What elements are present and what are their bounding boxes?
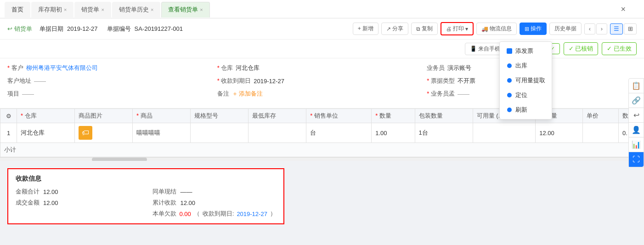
tab-home-label: 首页	[11, 6, 23, 14]
tab-inventory-init[interactable]: 库存期初 ×	[31, 2, 73, 17]
available-qty-label: 可用量提取	[515, 76, 545, 85]
address-label: 客户地址	[7, 77, 31, 85]
doc-type-arrow: ↩	[7, 25, 12, 32]
row-min-stock	[249, 123, 306, 143]
locate-item[interactable]: 定位	[500, 88, 552, 103]
operation-button[interactable]: ⊞ 操作	[520, 23, 547, 35]
arrears-note-close: ）	[270, 210, 276, 218]
add-invoice-item[interactable]: 添发票	[500, 44, 552, 58]
refresh-item[interactable]: 刷新	[500, 103, 552, 117]
project-field: 项目 ——	[7, 90, 217, 98]
add-button[interactable]: + 新增	[353, 23, 378, 35]
arrears-note: （	[194, 210, 200, 218]
window-close-btn[interactable]: ×	[621, 5, 626, 14]
table-row: 1 河北仓库 🏷 嘻嘻嘻嘻 台 1.00 1台 12.00	[0, 123, 644, 143]
col-settings[interactable]: ⚙	[0, 109, 17, 123]
payment-section: 收款信息 金额合计 12.00 同单现结 —— 成交金额 12.00 累计收款 …	[7, 168, 284, 224]
customer-value[interactable]: 柳州粤港平安气体有限公司	[26, 64, 98, 72]
operation-label: 操作	[531, 25, 542, 33]
outbound-icon	[506, 63, 513, 69]
ticket-type-label: * 票据类型	[427, 77, 455, 85]
arrears-label: 本单欠款	[153, 210, 176, 218]
next-arrow[interactable]: ›	[596, 23, 607, 34]
doc-actions: + 新增 ↗ 分享 ⧉ 复制 🖨 打印 ▾ 🚚 物流信息 ⊞ 操作	[353, 22, 637, 35]
salesperson-label: 业务员	[427, 64, 445, 72]
tab-history-close[interactable]: ×	[151, 7, 153, 12]
sidebar-icon-6[interactable]: ⛶	[629, 152, 644, 167]
add-note-btn[interactable]: ＋ 添加备注	[232, 90, 263, 98]
cumulative-label: 累计收款	[153, 199, 176, 207]
table-scroll-bar[interactable]	[0, 157, 644, 161]
product-image: 🏷	[79, 126, 92, 140]
copy-button[interactable]: ⧉ 复制	[411, 23, 438, 35]
share-button[interactable]: ↗ 分享	[381, 23, 408, 35]
total-amount-value: 12.00	[43, 188, 58, 195]
sidebar-icon-3[interactable]: ↩	[629, 108, 644, 123]
nav-arrows: ‹ ›	[584, 23, 607, 34]
tab-sales-close[interactable]: ×	[101, 7, 104, 12]
sidebar-icon-2[interactable]: 🔗	[629, 93, 644, 108]
tab-home[interactable]: 首页	[5, 2, 30, 17]
payment-area: 收款信息 金额合计 12.00 同单现结 —— 成交金额 12.00 累计收款 …	[0, 161, 644, 232]
logistics-label: 物流信息	[490, 25, 512, 33]
sidebar-icon-4[interactable]: 👤	[629, 123, 644, 137]
right-sidebar: 📋 🔗 ↩ 👤 📊 ⛶	[628, 78, 644, 167]
tab-sales-history[interactable]: 销货单历史 ×	[112, 2, 160, 17]
logistics-button[interactable]: 🚚 物流信息	[476, 23, 517, 35]
row-quantity: 1.00	[372, 123, 415, 143]
tab-history-label: 销货单历史	[119, 6, 149, 14]
refresh-icon	[506, 107, 513, 113]
col-pack-qty: 包装数量	[415, 109, 473, 123]
phone-icon: 📱	[470, 46, 477, 52]
tab-view-label: 查看销货单	[168, 6, 198, 14]
scroll-thumb[interactable]	[92, 158, 147, 161]
add-invoice-label: 添发票	[515, 47, 533, 55]
tab-sales-label: 销货单	[81, 6, 99, 14]
col-image: 商品图片	[75, 109, 133, 123]
square-icon	[507, 48, 512, 54]
tab-sales-order[interactable]: 销货单 ×	[74, 2, 111, 17]
available-qty-item[interactable]: 可用量提取	[500, 73, 552, 88]
note-label: 备注	[217, 90, 229, 98]
due-date-value: 2019-12-27	[254, 78, 284, 85]
from-phone-label: 来自手机	[478, 45, 500, 53]
operation-icon: ⊞	[525, 26, 529, 32]
ticket-type-value: 不开票	[458, 77, 475, 85]
print-button[interactable]: 🖨 打印 ▾	[441, 22, 474, 35]
check-icon: ✓	[569, 45, 574, 52]
add-note-label: 添加备注	[239, 90, 263, 98]
list-view-btn[interactable]: ☰	[610, 23, 623, 34]
sidebar-icon-5[interactable]: 📊	[629, 137, 644, 152]
tab-inventory-close[interactable]: ×	[64, 7, 67, 12]
doc-number-label: 单据编号	[107, 25, 131, 33]
sidebar-icon-1[interactable]: 📋	[629, 79, 644, 93]
circle-icon-2	[507, 78, 512, 83]
prev-arrow[interactable]: ‹	[584, 23, 595, 34]
customer-label: * 客户	[7, 64, 23, 72]
doc-type-icon: ↩ 销货单	[7, 25, 32, 33]
row-warehouse: 河北仓库	[17, 123, 75, 143]
tab-inventory-label: 库存期初	[38, 6, 62, 14]
customer-field: * 客户 柳州粤港平安气体有限公司	[7, 64, 217, 72]
circle-icon-3	[507, 93, 512, 97]
tab-view-sales[interactable]: 查看销货单 ×	[161, 2, 209, 17]
history-button[interactable]: 历史单据	[549, 23, 582, 35]
project-label: 项目	[7, 90, 19, 98]
arrears-row: 本单欠款 0.00 （ 收款到期日: 2019-12-27 ）	[153, 210, 276, 218]
col-min-stock: 最低库存	[249, 109, 306, 123]
effect-check-icon: ✓	[607, 45, 612, 52]
grid-view-btn[interactable]: ⊞	[624, 23, 637, 34]
outbound-item[interactable]: 出库	[500, 58, 552, 73]
salesperson-value: 演示账号	[447, 64, 471, 72]
sold-badge: ✓ 已核销	[564, 42, 599, 55]
row-no: 1	[0, 123, 17, 143]
tab-view-close[interactable]: ×	[200, 7, 203, 12]
arrears-value: 0.00	[179, 211, 191, 217]
same-order-label: 同单现结	[153, 188, 176, 196]
payment-title: 收款信息	[16, 175, 276, 183]
logistics-icon: 🚚	[481, 26, 488, 32]
row-spec	[191, 123, 249, 143]
share-icon: ↗	[386, 26, 391, 32]
col-product: * 商品	[133, 109, 191, 123]
arrears-due-label: 收款到期日:	[203, 210, 234, 218]
